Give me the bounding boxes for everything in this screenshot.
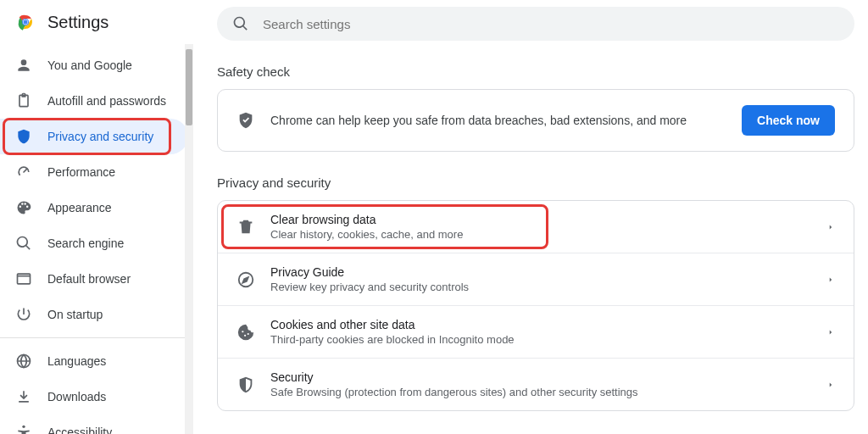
sidebar-item-label: Autofill and passwords xyxy=(47,94,166,108)
sidebar-item-appearance[interactable]: Appearance xyxy=(0,190,188,225)
row-cookies[interactable]: Cookies and other site data Third-party … xyxy=(218,305,854,358)
palette-icon xyxy=(15,199,32,216)
sidebar-item-label: Search engine xyxy=(47,236,124,250)
svg-point-3 xyxy=(24,20,28,25)
row-subtitle: Review key privacy and security controls xyxy=(270,281,811,293)
accessibility-icon xyxy=(15,424,32,434)
row-privacy-guide[interactable]: Privacy Guide Review key privacy and sec… xyxy=(218,253,854,305)
trash-icon xyxy=(236,218,255,236)
row-title: Clear browsing data xyxy=(270,213,811,226)
sidebar-item-label: Appearance xyxy=(47,201,112,214)
sidebar-item-label: Performance xyxy=(47,165,115,179)
row-subtitle: Clear history, cookies, cache, and more xyxy=(270,228,811,241)
safety-text: Chrome can help keep you safe from data … xyxy=(270,114,726,127)
sidebar-nav: You and Google Autofill and passwords Pr… xyxy=(0,47,193,434)
row-subtitle: Safe Browsing (protection from dangerous… xyxy=(270,386,811,398)
sidebar-item-performance[interactable]: Performance xyxy=(0,154,188,190)
sidebar-item-privacy-security[interactable]: Privacy and security xyxy=(0,119,188,154)
main-content: Safety check Chrome can help keep you sa… xyxy=(193,0,868,434)
sidebar-item-label: You and Google xyxy=(47,58,132,72)
sidebar-item-autofill[interactable]: Autofill and passwords xyxy=(0,83,188,119)
row-title: Security xyxy=(270,370,811,384)
row-security[interactable]: Security Safe Browsing (protection from … xyxy=(218,358,854,410)
sidebar-item-languages[interactable]: Languages xyxy=(0,343,188,379)
sidebar-header: Settings xyxy=(0,0,193,47)
shield-icon xyxy=(236,376,255,394)
sidebar-item-label: Default browser xyxy=(47,272,131,286)
sidebar-item-label: Languages xyxy=(47,354,106,368)
search-bar[interactable] xyxy=(217,7,854,41)
search-input[interactable] xyxy=(263,17,839,31)
sidebar-item-default-browser[interactable]: Default browser xyxy=(0,261,188,297)
sidebar: Settings You and Google Autofill and pas… xyxy=(0,0,193,434)
privacy-card: Clear browsing data Clear history, cooki… xyxy=(217,200,854,411)
row-subtitle: Third-party cookies are blocked in Incog… xyxy=(270,333,811,346)
search-icon xyxy=(15,235,32,252)
safety-card: Chrome can help keep you safe from data … xyxy=(217,89,854,152)
chevron-right-icon xyxy=(826,381,835,389)
power-icon xyxy=(15,306,32,323)
chrome-logo-icon xyxy=(15,12,36,32)
sidebar-scroll-thumb[interactable] xyxy=(186,49,192,125)
sidebar-item-label: Accessibility xyxy=(47,426,112,434)
person-icon xyxy=(15,57,32,74)
chevron-right-icon xyxy=(826,275,835,284)
section-heading-privacy: Privacy and security xyxy=(217,175,854,190)
chevron-right-icon xyxy=(826,223,835,231)
speedometer-icon xyxy=(15,164,32,181)
search-icon xyxy=(232,15,249,32)
sidebar-scrollbar[interactable] xyxy=(185,44,193,434)
sidebar-item-label: On startup xyxy=(47,308,103,321)
sidebar-item-you-and-google[interactable]: You and Google xyxy=(0,47,188,83)
row-title: Privacy Guide xyxy=(270,265,811,279)
browser-icon xyxy=(15,270,32,287)
compass-icon xyxy=(236,270,255,289)
check-now-button[interactable]: Check now xyxy=(742,105,835,136)
svg-point-5 xyxy=(22,426,25,428)
section-heading-safety: Safety check xyxy=(217,64,854,79)
download-icon xyxy=(15,388,32,405)
cookie-icon xyxy=(236,323,255,342)
shield-icon xyxy=(15,128,32,145)
row-clear-browsing-data[interactable]: Clear browsing data Clear history, cooki… xyxy=(218,201,854,253)
shield-check-icon xyxy=(236,111,255,130)
sidebar-item-search-engine[interactable]: Search engine xyxy=(0,225,188,261)
chevron-right-icon xyxy=(826,328,835,337)
globe-icon xyxy=(15,353,32,370)
sidebar-item-accessibility[interactable]: Accessibility xyxy=(0,415,188,434)
sidebar-divider xyxy=(0,337,193,338)
sidebar-item-downloads[interactable]: Downloads xyxy=(0,379,188,415)
sidebar-item-label: Privacy and security xyxy=(47,130,153,143)
clipboard-icon xyxy=(15,92,32,109)
row-title: Cookies and other site data xyxy=(270,318,811,331)
sidebar-item-on-startup[interactable]: On startup xyxy=(0,297,188,332)
sidebar-item-label: Downloads xyxy=(47,390,106,403)
page-title: Settings xyxy=(47,13,108,32)
